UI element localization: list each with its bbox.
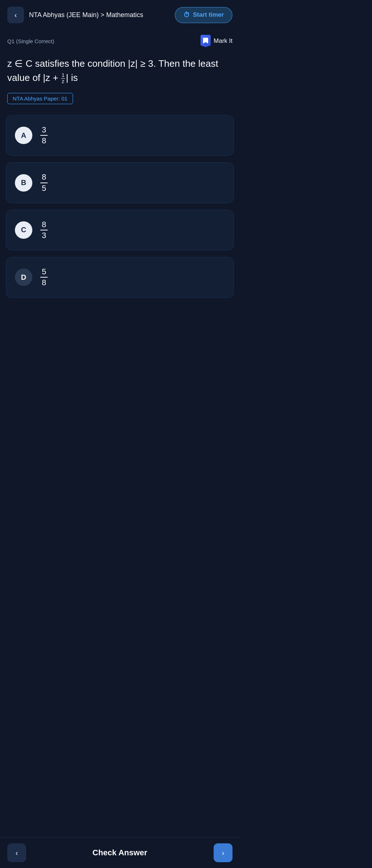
option-d-fraction: 5 8 — [40, 267, 48, 287]
tag-container: NTA Abhyas Paper: 01 — [0, 89, 240, 115]
option-b-den: 5 — [40, 183, 48, 193]
header-title: NTA Abhyas (JEE Main) > Mathematics — [29, 11, 143, 19]
option-b-circle: B — [15, 174, 32, 192]
option-d-den: 8 — [40, 278, 48, 287]
question-text-part2: | is — [66, 72, 78, 83]
option-b-num: 8 — [40, 173, 48, 183]
options-container: A 3 8 B 8 5 C 8 3 D 5 8 — [0, 115, 240, 298]
option-c-num: 8 — [40, 220, 48, 230]
option-a-circle: A — [15, 127, 32, 144]
prev-button[interactable]: ‹ — [7, 843, 26, 862]
question-text-part1: z ∈ C satisfies the condition |z| ≥ 3. T… — [7, 58, 218, 83]
option-c-fraction: 8 3 — [40, 220, 48, 240]
timer-icon: ⏱ — [183, 11, 190, 19]
question-fraction-num: 1 — [61, 73, 65, 78]
option-d-num: 5 — [40, 267, 48, 278]
header-left: ‹ NTA Abhyas (JEE Main) > Mathematics — [7, 7, 143, 23]
bookmark-icon — [201, 35, 211, 47]
question-label: Q1 (Single Correct) — [7, 38, 54, 44]
mark-it-button[interactable]: Mark It — [201, 35, 232, 47]
option-a-den: 8 — [40, 136, 48, 145]
bottom-bar: ‹ Check Answer › — [0, 837, 240, 868]
header: ‹ NTA Abhyas (JEE Main) > Mathematics ⏱ … — [0, 0, 240, 30]
option-b-fraction: 8 5 — [40, 173, 48, 192]
option-a-card[interactable]: A 3 8 — [6, 115, 234, 156]
next-button[interactable]: › — [214, 843, 232, 862]
option-d-card[interactable]: D 5 8 — [6, 257, 234, 298]
option-c-circle: C — [15, 221, 32, 239]
mark-it-label: Mark It — [214, 37, 232, 45]
question-text: z ∈ C satisfies the condition |z| ≥ 3. T… — [7, 57, 232, 85]
option-d-circle: D — [15, 269, 32, 286]
start-timer-label: Start timer — [193, 11, 224, 19]
check-answer-button[interactable]: Check Answer — [26, 848, 214, 857]
option-a-fraction: 3 8 — [40, 126, 48, 145]
question-fraction: 1z — [61, 73, 65, 84]
question-meta: Q1 (Single Correct) Mark It — [0, 30, 240, 51]
question-content: z ∈ C satisfies the condition |z| ≥ 3. T… — [0, 51, 240, 89]
back-button[interactable]: ‹ — [7, 7, 24, 23]
paper-tag: NTA Abhyas Paper: 01 — [7, 93, 73, 104]
option-c-card[interactable]: C 8 3 — [6, 210, 234, 250]
option-c-den: 3 — [40, 230, 48, 240]
start-timer-button[interactable]: ⏱ Start timer — [175, 7, 232, 23]
question-fraction-den: z — [61, 79, 65, 84]
option-b-card[interactable]: B 8 5 — [6, 162, 234, 203]
option-a-num: 3 — [40, 126, 48, 136]
